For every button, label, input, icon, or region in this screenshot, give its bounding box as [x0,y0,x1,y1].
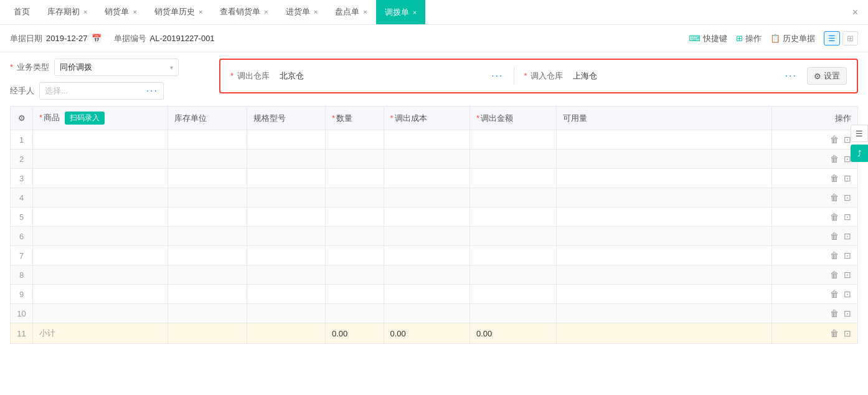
cell-qty[interactable] [326,150,384,169]
cell-product[interactable] [33,150,168,169]
tab-purchase[interactable]: 进货单 × [277,0,326,24]
cell-available [556,227,771,246]
delete-icon[interactable]: 🗑 [830,289,839,299]
sidebar-link-btn[interactable]: ⤴ [851,145,868,162]
scan-entry-btn[interactable]: 扫码录入 [65,112,105,125]
copy-icon[interactable]: ⊡ [844,289,851,299]
handler-input[interactable]: 选择... ··· [39,82,164,100]
tab-close-sales-order[interactable]: × [133,8,136,16]
cell-cost[interactable] [384,188,470,207]
delete-icon[interactable]: 🗑 [830,173,839,183]
delete-icon[interactable]: 🗑 [830,193,839,202]
tab-view-sales[interactable]: 查看销货单 × [211,0,276,24]
cell-qty[interactable] [326,227,384,246]
delete-icon[interactable]: 🗑 [830,154,839,164]
source-warehouse-dots-icon[interactable]: ··· [491,70,503,82]
tab-sales-order[interactable]: 销货单 × [96,0,145,24]
cell-amount[interactable] [470,304,557,323]
cell-spec [247,304,325,323]
tab-sales-history[interactable]: 销货单历史 × [146,0,211,24]
cell-product[interactable] [33,246,168,265]
calendar-icon[interactable]: 📅 [92,34,101,43]
cell-product[interactable] [33,285,168,304]
delete-icon[interactable]: 🗑 [830,308,839,318]
cell-qty[interactable] [326,246,384,265]
copy-icon[interactable]: ⊡ [844,270,851,280]
cell-cost[interactable] [384,285,470,304]
cell-qty[interactable] [326,130,384,150]
cell-amount[interactable] [470,246,557,265]
cell-available [556,246,771,265]
cell-product[interactable] [33,265,168,285]
cell-qty[interactable] [326,188,384,207]
history-btn[interactable]: 📋 历史单据 [770,33,815,44]
cell-cost[interactable] [384,246,470,265]
delete-icon[interactable]: 🗑 [830,212,839,222]
delete-icon[interactable]: 🗑 [830,250,839,260]
settings-button[interactable]: ⚙ 设置 [807,67,847,85]
delete-icon[interactable]: 🗑 [830,270,839,280]
cell-product[interactable] [33,304,168,323]
gear-settings-icon[interactable]: ⚙ [18,113,26,123]
tab-close-purchase[interactable]: × [314,8,318,16]
cell-amount[interactable] [470,130,557,150]
cell-amount[interactable] [470,285,557,304]
business-type-input[interactable]: 同价调拨 ▾ [54,59,179,76]
cell-product[interactable] [33,227,168,246]
cell-amount[interactable] [470,265,557,285]
cell-cost[interactable] [384,150,470,169]
list-view-btn[interactable]: ☰ [824,31,840,45]
cell-qty[interactable] [326,304,384,323]
window-close-button[interactable]: × [847,7,863,18]
col-gear[interactable]: ⚙ [11,107,33,130]
cell-product[interactable] [33,207,168,227]
row-num: 1 [11,130,33,150]
tab-close-transfer[interactable]: × [413,9,417,16]
cell-amount[interactable] [470,227,557,246]
cell-qty[interactable] [326,285,384,304]
cell-amount[interactable] [470,188,557,207]
delete-icon[interactable]: 🗑 [830,135,839,145]
cell-cost[interactable] [384,130,470,150]
copy-icon[interactable]: ⊡ [844,250,851,260]
copy-icon[interactable]: ⊡ [844,308,851,318]
tab-close-stocktake[interactable]: × [363,8,367,16]
tab-close-inventory-init[interactable]: × [83,8,87,16]
handler-field: 经手人 选择... ··· [10,82,209,100]
shortcuts-btn[interactable]: ⌨ 快捷键 [689,33,727,44]
cell-qty[interactable] [326,207,384,227]
cell-cost[interactable] [384,207,470,227]
copy-icon[interactable]: ⊡ [844,212,851,222]
cell-amount[interactable] [470,207,557,227]
sidebar-link-icon: ⤴ [857,149,862,158]
cell-amount[interactable] [470,150,557,169]
cell-cost[interactable] [384,227,470,246]
tab-transfer[interactable]: 调拨单 × [376,0,425,24]
handler-dots-icon[interactable]: ··· [146,85,158,97]
cell-product[interactable] [33,130,168,150]
tab-home[interactable]: 首页 [5,0,39,24]
copy-icon[interactable]: ⊡ [844,173,851,183]
copy-icon[interactable]: ⊡ [844,328,851,338]
cell-product[interactable] [33,169,168,188]
copy-icon[interactable]: ⊡ [844,231,851,241]
operations-btn[interactable]: ⊞ 操作 [736,33,762,44]
delete-icon[interactable]: 🗑 [830,328,839,338]
grid-view-btn[interactable]: ⊞ [842,31,858,45]
cell-cost[interactable] [384,169,470,188]
target-warehouse-dots-icon[interactable]: ··· [785,70,797,82]
row-num: 7 [11,246,33,265]
tab-close-sales-history[interactable]: × [199,8,202,16]
cell-qty[interactable] [326,265,384,285]
cell-qty[interactable] [326,169,384,188]
tab-inventory-init[interactable]: 库存期初 × [39,0,96,24]
copy-icon[interactable]: ⊡ [844,193,851,202]
cell-product[interactable] [33,188,168,207]
cell-cost[interactable] [384,304,470,323]
cell-cost[interactable] [384,265,470,285]
delete-icon[interactable]: 🗑 [830,231,839,241]
sidebar-list-btn[interactable]: ☰ [851,125,868,142]
tab-stocktake[interactable]: 盘点单 × [326,0,375,24]
tab-close-view-sales[interactable]: × [264,8,268,16]
cell-amount[interactable] [470,169,557,188]
